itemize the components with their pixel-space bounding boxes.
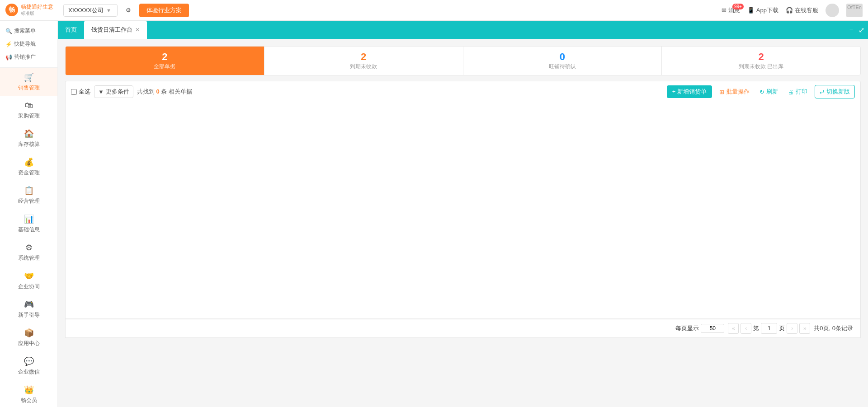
- select-all-checkbox[interactable]: 全选: [71, 88, 90, 96]
- sidebar-item-basic[interactable]: 📊基础信息: [0, 210, 57, 238]
- switch-icon: ⇄: [820, 89, 825, 95]
- sidebar-item-enterprise[interactable]: 🤝企业协同: [0, 267, 57, 295]
- sidebar-item-system[interactable]: ⚙系统管理: [0, 238, 57, 267]
- settings-icon[interactable]: ⚙: [122, 4, 135, 17]
- member-icon: 👑: [24, 385, 34, 395]
- finance-icon: 💰: [24, 157, 34, 167]
- batch-icon: ⊞: [719, 89, 724, 95]
- sidebar-item-finance[interactable]: 💰资金管理: [0, 153, 57, 181]
- inventory-icon: 🏠: [24, 129, 34, 139]
- online-service-button[interactable]: 🎧 在线客服: [786, 6, 818, 14]
- new-order-button[interactable]: + 新增销货单: [667, 85, 712, 98]
- toolbar-left: 全选 ▼ 更多条件 共找到 0 条 相关单据: [71, 85, 192, 98]
- stat-tab-0[interactable]: 2全部单据: [66, 47, 264, 75]
- stat-tab-1[interactable]: 2到期未收款: [264, 47, 463, 75]
- first-page-button[interactable]: «: [728, 323, 739, 334]
- page-nav: « ‹ 第 页 › »: [728, 323, 810, 334]
- enterprise-icon: 🤝: [24, 271, 34, 281]
- minimize-icon[interactable]: －: [848, 25, 855, 35]
- page-size-input[interactable]: [701, 324, 724, 333]
- print-icon: 🖨: [788, 89, 794, 95]
- refresh-button[interactable]: ↻ 刷新: [757, 86, 781, 98]
- marketing-icon: 📢: [5, 54, 12, 61]
- operation-icon: 📋: [24, 186, 34, 196]
- trial-button[interactable]: 体验行业方案: [139, 4, 189, 17]
- tab-bar: 首页 钱货日清工作台 ✕ － ⤢: [58, 21, 868, 39]
- main-content: 2全部单据2到期未收款0旺铺待确认2到期未收款 已出库 全选 ▼ 更多条件 共找…: [58, 39, 868, 407]
- sidebar-item-sales[interactable]: 🛒销售管理: [0, 68, 57, 96]
- stat-tab-3[interactable]: 2到期未收款 已出库: [662, 47, 860, 75]
- wechat-icon: 💬: [24, 356, 34, 366]
- nav-icon: ⚡: [5, 41, 12, 47]
- select-all-input[interactable]: [71, 89, 77, 95]
- message-badge: 99+: [732, 4, 744, 9]
- sidebar-item-appstore[interactable]: 📦应用中心: [0, 323, 57, 352]
- top-header: 畅 畅捷通好生意 标准版 XXXXXX公司 ▼ ⚙ 体验行业方案 ✉ 消息 99…: [0, 0, 868, 21]
- print-button[interactable]: 🖨 打印: [785, 86, 810, 98]
- prev-page-button[interactable]: ‹: [741, 323, 751, 334]
- sidebar-items: 🛒销售管理🛍采购管理🏠库存核算💰资金管理📋经营管理📊基础信息⚙系统管理🤝企业协同…: [0, 68, 57, 407]
- sidebar-quick-nav[interactable]: ⚡ 快捷导航: [0, 37, 57, 51]
- found-text: 共找到 0 条 相关单据: [137, 88, 192, 96]
- page-size-select: 每页显示: [675, 324, 724, 333]
- message-icon: ✉: [722, 7, 726, 14]
- newbie-icon: 🎮: [24, 299, 34, 309]
- message-button[interactable]: ✉ 消息 99+: [722, 6, 740, 14]
- tab-workbench[interactable]: 钱货日清工作台 ✕: [84, 21, 147, 39]
- switch-version-button[interactable]: ⇄ 切换新版: [815, 85, 855, 98]
- logo-subtitle: 标准版: [21, 10, 53, 17]
- logo-icon: 畅: [5, 4, 18, 16]
- search-icon: 🔍: [5, 28, 12, 34]
- sales-icon: 🛒: [24, 72, 34, 82]
- company-selector[interactable]: XXXXXX公司 ▼: [63, 4, 118, 17]
- appstore-icon: 📦: [24, 328, 34, 338]
- sidebar-search[interactable]: 🔍 搜索菜单: [0, 24, 57, 37]
- last-page-button[interactable]: »: [799, 323, 810, 334]
- page-total-info: 共0页, 0条记录: [814, 324, 853, 332]
- table-area: [65, 102, 861, 319]
- toolbar: 全选 ▼ 更多条件 共找到 0 条 相关单据 + 新增销货单 ⊞ 批量操作 ↻: [65, 81, 861, 102]
- basic-icon: 📊: [24, 214, 34, 224]
- toolbar-right: + 新增销货单 ⊞ 批量操作 ↻ 刷新 🖨 打印 ⇄ 切换新版: [667, 85, 855, 98]
- download-icon: 📱: [747, 7, 755, 14]
- stat-tab-2[interactable]: 0旺铺待确认: [463, 47, 662, 75]
- sidebar-item-member[interactable]: 👑畅会员: [0, 380, 57, 407]
- sidebar-item-newbie[interactable]: 🎮新手引导: [0, 295, 57, 323]
- sidebar-item-operation[interactable]: 📋经营管理: [0, 181, 57, 210]
- app-download-button[interactable]: 📱 App下载: [747, 6, 778, 14]
- sidebar-marketing[interactable]: 📢 营销推广: [0, 51, 57, 64]
- tab-bar-actions: － ⤢: [848, 25, 868, 35]
- service-icon: 🎧: [786, 7, 793, 14]
- avatar[interactable]: [826, 4, 839, 17]
- sidebar-top: 🔍 搜索菜单 ⚡ 快捷导航 📢 营销推广: [0, 21, 57, 68]
- sidebar-item-wechat[interactable]: 💬企业微信: [0, 352, 57, 380]
- logo-area: 畅 畅捷通好生意 标准版: [5, 4, 63, 16]
- filter-icon: ▼: [98, 89, 104, 95]
- user-name-area[interactable]: OfTEn: [846, 4, 863, 17]
- refresh-icon: ↻: [760, 89, 764, 95]
- chevron-down-icon: ▼: [106, 8, 111, 13]
- tab-close-icon[interactable]: ✕: [135, 27, 140, 33]
- system-icon: ⚙: [25, 243, 33, 253]
- stats-tabs: 2全部单据2到期未收款0旺铺待确认2到期未收款 已出库: [65, 46, 861, 75]
- page-number-input[interactable]: [761, 323, 777, 334]
- maximize-icon[interactable]: ⤢: [859, 26, 864, 34]
- next-page-button[interactable]: ›: [787, 323, 797, 334]
- sidebar-item-inventory[interactable]: 🏠库存核算: [0, 124, 57, 153]
- sidebar-item-purchase[interactable]: 🛍采购管理: [0, 96, 57, 124]
- pagination-bar: 每页显示 « ‹ 第 页 › » 共0页, 0条记录: [65, 319, 861, 338]
- sidebar: 🔍 搜索菜单 ⚡ 快捷导航 📢 营销推广 🛒销售管理🛍采购管理🏠库存核算💰资金管…: [0, 0, 58, 407]
- header-right: ✉ 消息 99+ 📱 App下载 🎧 在线客服 OfTEn: [722, 4, 863, 17]
- purchase-icon: 🛍: [25, 101, 33, 110]
- tab-home[interactable]: 首页: [58, 21, 84, 39]
- logo-title: 畅捷通好生意: [21, 4, 53, 10]
- more-filter-button[interactable]: ▼ 更多条件: [94, 85, 133, 98]
- found-count: 0: [156, 88, 160, 95]
- batch-operation-button[interactable]: ⊞ 批量操作: [717, 86, 752, 98]
